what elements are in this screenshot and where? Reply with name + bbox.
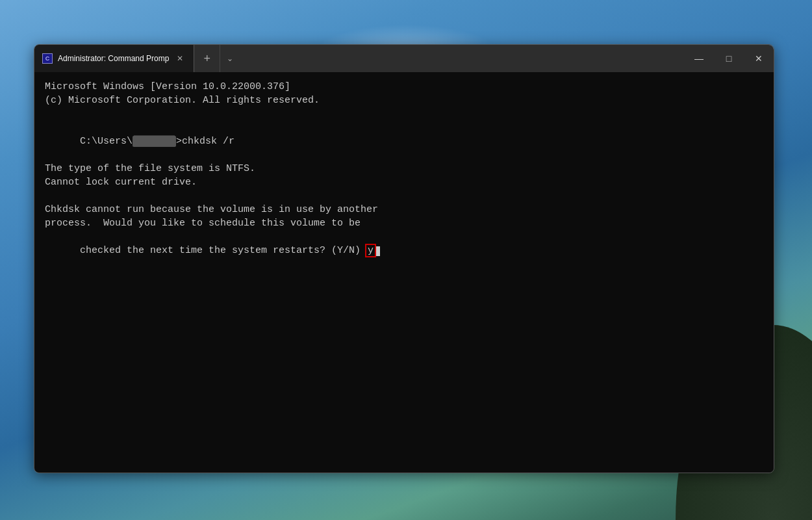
tab-close-button[interactable]: ✕ — [174, 53, 186, 64]
terminal-line-empty-1 — [45, 107, 763, 121]
cmd-icon: C — [42, 53, 53, 64]
terminal-line-2: (c) Microsoft Corporation. All rights re… — [45, 94, 763, 107]
window-controls: — □ ✕ — [684, 45, 774, 72]
active-tab[interactable]: C Administrator: Command Promp ✕ — [34, 45, 194, 72]
username-redacted: ███████ — [133, 136, 176, 147]
user-input: y — [366, 245, 375, 256]
tab-area: C Administrator: Command Promp ✕ + ⌄ — [34, 45, 684, 72]
terminal-line-9: checked the next time the system restart… — [45, 230, 763, 271]
tab-title: Administrator: Command Promp — [58, 54, 169, 63]
terminal-window: C Administrator: Command Promp ✕ + ⌄ — □… — [34, 44, 774, 473]
title-bar: C Administrator: Command Promp ✕ + ⌄ — □… — [34, 45, 774, 72]
terminal-line-8: process. Would you like to schedule this… — [45, 216, 763, 230]
terminal-line-1: Microsoft Windows [Version 10.0.22000.37… — [45, 80, 763, 94]
terminal-line-3: C:\Users\███████>chkdsk /r — [45, 121, 763, 162]
terminal-cursor — [375, 246, 380, 256]
maximize-button[interactable]: □ — [714, 45, 744, 72]
terminal-line-empty-2 — [45, 189, 763, 203]
terminal-line-7: Chkdsk cannot run because the volume is … — [45, 203, 763, 216]
new-tab-button[interactable]: + — [194, 45, 220, 72]
terminal-body[interactable]: Microsoft Windows [Version 10.0.22000.37… — [34, 72, 774, 473]
close-button[interactable]: ✕ — [744, 45, 774, 72]
terminal-line-4: The type of the file system is NTFS. — [45, 162, 763, 176]
tab-dropdown-button[interactable]: ⌄ — [220, 45, 240, 72]
terminal-line-5: Cannot lock current drive. — [45, 176, 763, 189]
minimize-button[interactable]: — — [684, 45, 714, 72]
